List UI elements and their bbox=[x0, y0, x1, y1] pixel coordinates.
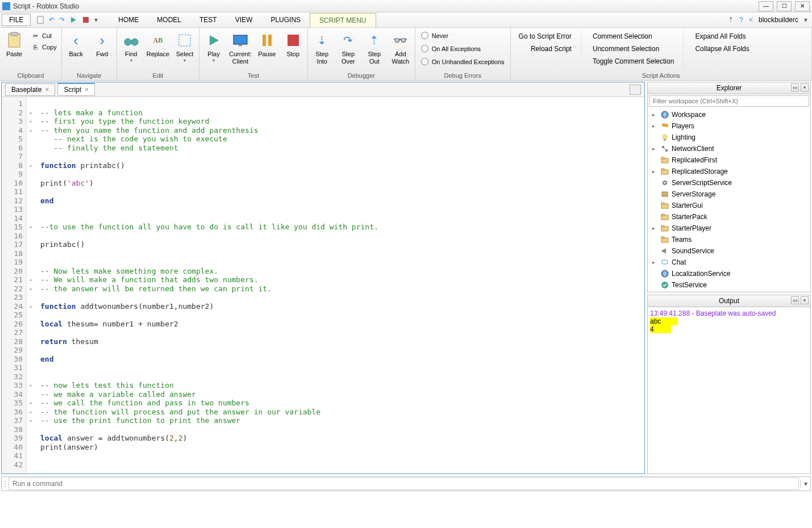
svg-rect-19 bbox=[662, 146, 664, 148]
tree-item[interactable]: ServerStorage bbox=[649, 188, 809, 200]
tree-item[interactable]: ▸Workspace bbox=[649, 109, 809, 120]
tree-item[interactable]: TestService bbox=[649, 279, 809, 291]
replace-button[interactable]: ABReplace bbox=[145, 30, 170, 59]
expand-icon[interactable]: ▸ bbox=[652, 225, 658, 231]
expand-icon[interactable]: ▸ bbox=[652, 112, 658, 118]
tree-item[interactable]: StarterGui bbox=[649, 200, 809, 211]
tab-home[interactable]: HOME bbox=[109, 13, 148, 27]
redo-icon[interactable]: ↷ bbox=[59, 16, 65, 24]
step-over-button[interactable]: ↷Step Over bbox=[336, 30, 360, 66]
grip-icon[interactable]: ⋮⋮ bbox=[2, 480, 7, 488]
find-button[interactable]: Find▾ bbox=[119, 30, 143, 64]
tree-item[interactable]: ▸ReplicatedStorage bbox=[649, 166, 809, 177]
close-button[interactable]: ✕ bbox=[795, 1, 810, 11]
close-panel-icon[interactable]: × bbox=[801, 83, 809, 91]
group-edit-label: Edit bbox=[119, 71, 197, 80]
expand-icon[interactable]: ▸ bbox=[652, 259, 658, 265]
stop-button[interactable]: Stop bbox=[281, 30, 305, 59]
tree-item-label: Workspace bbox=[672, 111, 706, 119]
tree-item-label: ReplicatedFirst bbox=[672, 156, 717, 164]
goto-error-button[interactable]: Go to Script Error bbox=[513, 30, 577, 43]
file-menu[interactable]: FILE bbox=[2, 14, 31, 26]
add-watch-button[interactable]: 👓Add Watch bbox=[389, 30, 413, 66]
command-dropdown-icon[interactable]: ▾ bbox=[800, 480, 810, 488]
command-input[interactable] bbox=[9, 477, 799, 490]
undock-icon[interactable]: ▭ bbox=[791, 83, 799, 91]
new-icon[interactable] bbox=[36, 16, 44, 24]
tab-plugins[interactable]: PLUGINS bbox=[261, 13, 310, 27]
upgrade-icon[interactable]: ⤒ bbox=[728, 16, 734, 24]
collapse-folds-button[interactable]: Collapse All Folds bbox=[689, 43, 755, 55]
tree-item[interactable]: ▸Players bbox=[649, 120, 809, 132]
tree-item-label: TestService bbox=[672, 281, 707, 289]
expand-icon[interactable]: ▸ bbox=[652, 123, 658, 129]
copy-button[interactable]: ⎘Copy bbox=[28, 41, 59, 53]
errors-unhandled-radio[interactable]: On Unhandled Exceptions bbox=[418, 56, 508, 67]
step-into-icon: ⇣ bbox=[313, 31, 331, 49]
expand-icon[interactable]: ▸ bbox=[652, 169, 658, 174]
user-dropdown-icon[interactable]: ▾ bbox=[804, 16, 807, 24]
undo-icon[interactable]: ↶ bbox=[49, 16, 55, 24]
tab-test[interactable]: TEST bbox=[190, 13, 226, 27]
tab-overflow-button[interactable] bbox=[630, 85, 641, 95]
explorer-filter-input[interactable] bbox=[649, 95, 809, 107]
output-body[interactable]: 13:49:41.288 - Baseplate was auto-saveda… bbox=[648, 307, 810, 473]
step-out-button[interactable]: ⇡Step Out bbox=[363, 30, 386, 66]
tab-model[interactable]: MODEL bbox=[148, 13, 190, 27]
errors-never-radio[interactable]: Never bbox=[418, 30, 508, 41]
tree-item[interactable]: ▸Chat bbox=[649, 257, 809, 268]
tree-item[interactable]: StarterPack bbox=[649, 211, 809, 223]
tree-item[interactable]: LocalizationService bbox=[649, 268, 809, 279]
tree-item[interactable]: ServerScriptService bbox=[649, 177, 809, 188]
code-editor[interactable]: 1234567891011121314151617181920212223242… bbox=[2, 97, 644, 473]
tree-item[interactable]: ▸StarterPlayer bbox=[649, 223, 809, 234]
tree-item-label: StarterPack bbox=[672, 213, 707, 221]
close-panel-icon[interactable]: × bbox=[801, 296, 809, 304]
username-label[interactable]: blockbuilderc bbox=[759, 16, 798, 24]
share-icon[interactable]: < bbox=[749, 16, 753, 24]
tree-item[interactable]: ReplicatedFirst bbox=[649, 154, 809, 166]
select-icon bbox=[176, 31, 194, 49]
maximize-button[interactable]: ☐ bbox=[777, 1, 792, 11]
binoculars-icon bbox=[122, 31, 140, 49]
toggle-comment-button[interactable]: Toggle Comment Selection bbox=[587, 55, 680, 68]
pause-button[interactable]: Pause bbox=[255, 30, 279, 59]
paste-button[interactable]: Paste bbox=[2, 30, 26, 59]
comment-button[interactable]: Comment Selection bbox=[587, 30, 680, 43]
play-button[interactable]: Play▾ bbox=[202, 30, 226, 64]
tree-item[interactable]: SoundService bbox=[649, 245, 809, 257]
close-tab-icon[interactable]: × bbox=[85, 86, 89, 94]
help-icon[interactable]: ? bbox=[739, 16, 743, 24]
tree-item[interactable]: ▸NetworkClient bbox=[649, 143, 809, 154]
qat-dropdown-icon[interactable]: ▾ bbox=[94, 16, 98, 24]
tree-item[interactable]: Lighting bbox=[649, 132, 809, 143]
stop-icon[interactable] bbox=[82, 16, 90, 24]
expand-folds-button[interactable]: Expand All Folds bbox=[689, 30, 755, 43]
tab-baseplate[interactable]: Baseplate× bbox=[5, 83, 55, 96]
tab-scriptmenu[interactable]: SCRIPT MENU bbox=[310, 13, 376, 27]
errors-all-radio[interactable]: On All Exceptions bbox=[418, 43, 508, 54]
cut-button[interactable]: ✂Cut bbox=[28, 30, 59, 41]
window-title: Script - Roblox Studio bbox=[13, 2, 759, 10]
minimize-button[interactable]: — bbox=[759, 1, 773, 11]
current-client-button[interactable]: Current: Client bbox=[228, 30, 253, 66]
back-button[interactable]: ‹Back bbox=[64, 30, 88, 59]
close-tab-icon[interactable]: × bbox=[45, 86, 49, 94]
tree-item-label: ServerStorage bbox=[672, 190, 715, 198]
monitor-icon bbox=[231, 31, 249, 49]
tree-item[interactable]: Teams bbox=[649, 234, 809, 245]
uncomment-button[interactable]: Uncomment Selection bbox=[587, 43, 680, 55]
tab-view[interactable]: VIEW bbox=[226, 13, 262, 27]
expand-icon[interactable]: ▸ bbox=[652, 146, 658, 152]
explorer-tree[interactable]: ▸Workspace▸PlayersLighting▸NetworkClient… bbox=[648, 108, 810, 292]
fwd-button[interactable]: ›Fwd bbox=[90, 30, 114, 59]
step-into-button[interactable]: ⇣Step Into bbox=[310, 30, 334, 66]
select-button[interactable]: Select▾ bbox=[173, 30, 197, 64]
svg-rect-9 bbox=[234, 35, 247, 44]
reload-script-button[interactable]: Reload Script bbox=[513, 43, 577, 55]
run-icon[interactable] bbox=[69, 16, 77, 24]
tab-script[interactable]: Script× bbox=[57, 83, 95, 96]
svg-rect-30 bbox=[661, 203, 664, 204]
undock-icon[interactable]: ▭ bbox=[791, 296, 799, 304]
play-icon bbox=[205, 31, 223, 49]
